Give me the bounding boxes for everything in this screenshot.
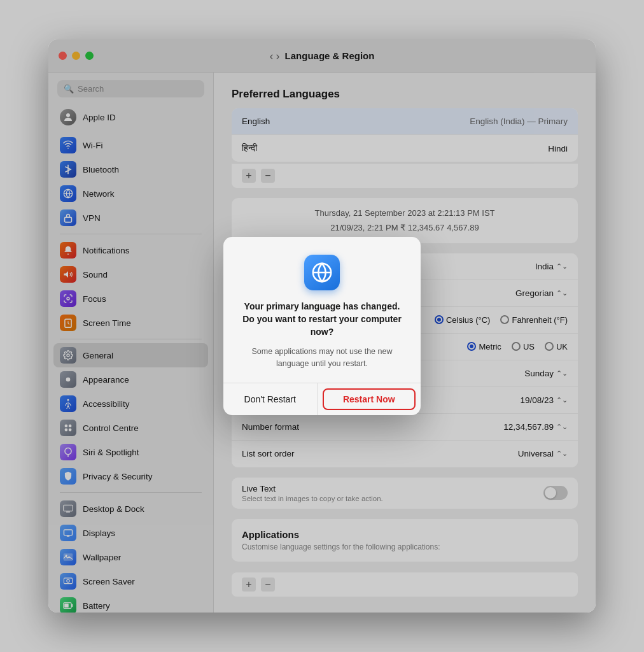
restart-dialog: Your primary language has changed. Do yo… bbox=[223, 237, 421, 415]
dialog-globe-icon bbox=[304, 255, 340, 290]
dialog-message: Some applications may not use the new la… bbox=[239, 346, 405, 370]
dialog-title: Your primary language has changed. Do yo… bbox=[239, 301, 405, 338]
settings-window: ‹ › Language & Region 🔍 Search Apple ID bbox=[48, 39, 596, 613]
dialog-actions: Don't Restart Restart Now bbox=[223, 383, 421, 415]
restart-now-wrapper: Restart Now bbox=[318, 383, 421, 415]
dialog-overlay: Your primary language has changed. Do yo… bbox=[48, 39, 596, 613]
dont-restart-button[interactable]: Don't Restart bbox=[223, 383, 318, 415]
restart-now-button[interactable]: Restart Now bbox=[323, 388, 416, 410]
